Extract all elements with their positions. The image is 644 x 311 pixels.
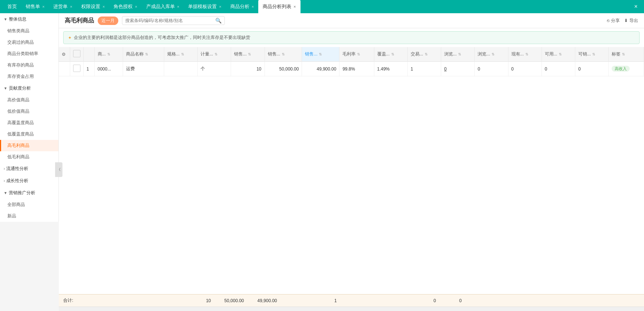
row-browse2-cell: 0 (475, 62, 508, 76)
sort-icon-sales-qty[interactable]: ⇅ (248, 52, 251, 56)
sort-icon-available[interactable]: ⇅ (559, 52, 562, 56)
close-analysis-list-tab[interactable]: × (294, 4, 296, 9)
nav-sales[interactable]: 销售单 × (21, 0, 49, 13)
sidebar-section-growth[interactable]: › 成长性分析 (0, 175, 58, 187)
sidebar-toggle-button[interactable]: 《 (55, 162, 62, 177)
close-permissions-tab[interactable]: × (102, 4, 105, 9)
share-button[interactable]: ⎋ 分享 (607, 18, 620, 24)
row-tag-cell: 高收入 (609, 62, 644, 76)
nav-product-analysis[interactable]: 商品分析 × (226, 0, 258, 13)
settings-icon[interactable]: ⚙ (62, 52, 66, 57)
col-num (83, 47, 94, 62)
close-sales-tab[interactable]: × (42, 4, 44, 9)
sort-icon-spec[interactable]: ⇅ (181, 52, 184, 56)
close-analysis-tab[interactable]: × (252, 4, 254, 9)
sort-icon-code[interactable]: ⇅ (107, 52, 110, 56)
section-arrow-flow: › (4, 167, 5, 171)
row-stock-now-cell: 0 (508, 62, 542, 76)
col-available: 可用... ⇅ (542, 47, 575, 62)
sort-icon-browse2[interactable]: ⇅ (492, 52, 494, 56)
sidebar-section-flow[interactable]: › 流通性分析 (0, 163, 58, 175)
info-text: 企业的主要的利润都是这部分商品创造的，可考虑加大推广，同时关注库存是不要出现缺货 (74, 35, 250, 41)
nav-purchase[interactable]: 进货单 × (49, 0, 76, 13)
sidebar-item-high-value[interactable]: 高价值商品 (0, 94, 58, 106)
close-role-tab[interactable]: × (135, 4, 137, 9)
col-sales-amount: 销售... ⇅ (265, 47, 302, 62)
sidebar-item-all-goods[interactable]: 全部商品 (0, 199, 58, 210)
col-saleable: 可销... ⇅ (575, 47, 609, 62)
data-table: ⚙ 商... ⇅ (59, 47, 644, 76)
select-all-checkbox[interactable] (73, 50, 80, 57)
row-code-cell: 0000... (94, 62, 123, 76)
section-arrow-contribution: ▼ (4, 86, 7, 90)
nav-product-inbound[interactable]: 产成品入库单 × (142, 0, 184, 13)
sidebar-item-traded-goods[interactable]: 交易过的商品 (0, 37, 58, 48)
nav-permissions[interactable]: 权限设置 × (77, 0, 109, 13)
row-sales-cost-cell: 49,900.00 (302, 62, 339, 76)
sidebar-item-new-goods[interactable]: 新品 (0, 210, 58, 222)
col-coverage: 覆盖... ⇅ (374, 47, 407, 62)
row-num-cell: 1 (83, 62, 94, 76)
nav-home[interactable]: 首页 (3, 0, 21, 13)
section-arrow-marketing: ▼ (4, 191, 7, 195)
table-wrapper: ⚙ 商... ⇅ (59, 47, 644, 294)
sort-icon-browse1[interactable]: ⇅ (458, 52, 461, 56)
search-input[interactable] (125, 18, 215, 23)
window-close-button[interactable]: × (631, 1, 641, 12)
sort-icon-stock-now[interactable]: ⇅ (525, 52, 528, 56)
sidebar-item-low-coverage[interactable]: 低覆盖度商品 (0, 129, 58, 140)
search-icon[interactable]: 🔍 (215, 18, 222, 23)
nav-analysis-list[interactable]: 商品分析列表 × (258, 0, 300, 13)
sort-icon-trade[interactable]: ⇅ (425, 52, 428, 56)
sidebar-item-low-value[interactable]: 低价值商品 (0, 106, 58, 117)
col-checkbox (70, 47, 83, 62)
col-tag: 标签 ⇅ (609, 47, 644, 62)
sidebar-item-stock-capital[interactable]: 库存资金占用 (0, 71, 58, 82)
sort-icon-tag[interactable]: ⇅ (622, 52, 625, 56)
col-spec: 规格... ⇅ (164, 47, 197, 62)
sort-icon-unit[interactable]: ⇅ (215, 52, 217, 56)
close-purchase-tab[interactable]: × (70, 4, 72, 9)
sidebar-item-stocked-goods[interactable]: 有库存的商品 (0, 59, 58, 71)
sort-icon-saleable[interactable]: ⇅ (592, 52, 595, 56)
col-settings: ⚙ (59, 47, 70, 62)
sidebar-item-low-margin[interactable]: 低毛利商品 (0, 151, 58, 163)
section-arrow-general: ▼ (4, 17, 7, 21)
sort-icon-coverage[interactable]: ⇅ (391, 52, 394, 56)
sidebar-section-general[interactable]: ▼ 整体信息 (0, 13, 58, 25)
row-sales-qty-cell: 10 (231, 62, 265, 76)
sidebar-item-sales-goods[interactable]: 销售类商品 (0, 25, 58, 37)
main-layout: ▼ 整体信息 销售类商品 交易过的商品 商品分类助销率 有库存的商品 库存资金占… (0, 13, 644, 311)
footer-trade: 1 (331, 298, 353, 303)
sort-icon-name[interactable]: ⇅ (145, 52, 148, 56)
sidebar-section-contribution[interactable]: ▼ 贡献度分析 (0, 82, 58, 94)
col-sales-cost: 销售... ⇅ (302, 47, 339, 62)
close-product-tab[interactable]: × (177, 4, 179, 9)
bottom-scrollbar[interactable] (59, 307, 644, 311)
browse1-link[interactable]: 0 (444, 66, 447, 72)
col-sales-qty: 销售... ⇅ (231, 47, 265, 62)
sidebar-item-high-margin[interactable]: 高毛利商品 (0, 140, 58, 151)
nav-template-settings[interactable]: 单据模板设置 × (184, 0, 226, 13)
table-footer: 合计: 10 50,000.00 49,900.00 1 0 0 (59, 294, 644, 307)
row-checkbox[interactable] (73, 65, 80, 72)
table-row: 1 0000... 运费 个 10 50,000.00 49,900.00 99… (59, 62, 644, 76)
export-button[interactable]: ⬇ 导出 (624, 18, 638, 24)
close-template-tab[interactable]: × (219, 4, 221, 9)
info-icon: ✦ (68, 35, 72, 40)
filter-recent-month[interactable]: 近一月 (98, 17, 118, 25)
sidebar-section-marketing[interactable]: ▼ 营销推广分析 (0, 187, 58, 199)
sort-icon-sales-amount[interactable]: ⇅ (282, 52, 285, 56)
section-label-general: 整体信息 (9, 16, 26, 22)
footer-sales-cost: 49,900.00 (247, 298, 280, 303)
footer-saleable: 0 (456, 298, 482, 303)
nav-role-auth[interactable]: 角色授权 × (109, 0, 141, 13)
sort-icon-gross-rate[interactable]: ⇅ (357, 52, 360, 56)
sort-icon-sales-cost[interactable]: ⇅ (319, 52, 322, 56)
sidebar-item-category-rate[interactable]: 商品分类助销率 (0, 48, 58, 59)
search-box: 🔍 (122, 16, 225, 25)
sidebar: ▼ 整体信息 销售类商品 交易过的商品 商品分类助销率 有库存的商品 库存资金占… (0, 13, 59, 222)
row-trade-cell: 1 (407, 62, 441, 76)
footer-label: 合计: (63, 297, 82, 304)
sidebar-item-high-coverage[interactable]: 高覆盖度商品 (0, 117, 58, 129)
